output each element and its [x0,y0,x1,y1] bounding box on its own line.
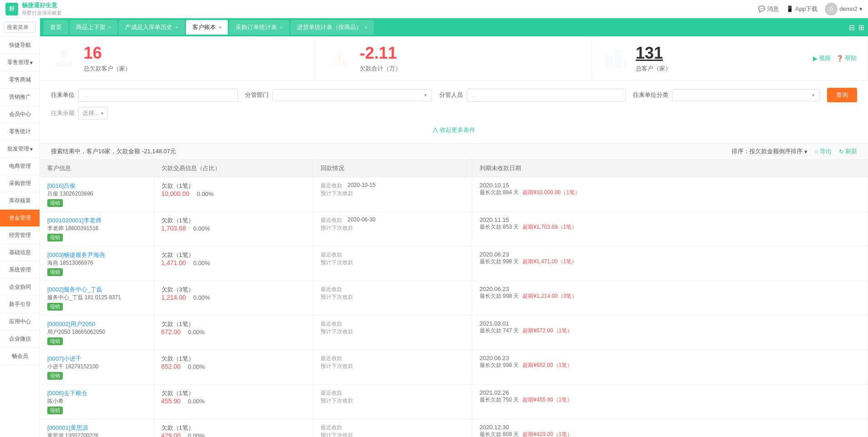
tab-close-icon[interactable]: × [219,25,221,30]
sidebar-item-批发管理[interactable]: 批发管理▾ [0,141,40,158]
customer-phone: 黄思源 13552700226 [47,432,146,437]
debt-amount[interactable]: 652.00 [161,363,181,370]
next-collection-info: 预计下次收款 [321,190,465,197]
debt-count: 欠款（1笔） [161,320,306,328]
table-row: [000002]用户2050 用户2050 18665062050 现销 欠款（… [40,316,868,350]
sidebar-item-电商管理[interactable]: 电商管理 [0,158,40,175]
export-link[interactable]: ○ 导出 [815,147,832,156]
debt-amount[interactable]: 455.90 [161,397,181,405]
user-menu[interactable]: D demo2 ▾ [825,3,863,15]
sidebar-item-企业协同[interactable]: 企业协同 [0,279,40,296]
filter-person: 分管人员 ... [439,89,626,102]
customer-name-link[interactable]: [0001020001]李老师 [47,217,101,224]
video-link[interactable]: ▶ 视频 [813,54,831,62]
customer-name-link[interactable]: [0016]吕俊 [47,182,75,189]
sidebar-item-零售管理[interactable]: 零售管理▾ [0,54,40,71]
sidebar-item-零售统计[interactable]: 零售统计 [0,123,40,141]
debt-amount[interactable]: 1,471.00 [161,259,186,266]
balance-select[interactable]: 选择... ▾ [78,107,108,120]
overdue-link[interactable]: 超期¥1,471.00（1笔） [522,258,577,266]
next-label: 预计下次收款 [321,259,353,266]
collection-info: 最近收款 [321,320,465,328]
collection-info: 最近收款 2020-10-15 [321,182,465,190]
stat-card-debt-customers: ¥ 16 总欠款客户（家） [40,36,316,80]
customer-name-link[interactable]: [0007]小进千 [47,355,81,362]
tab-label: 进货单统计表（按商品） [297,23,362,31]
message-btn[interactable]: 💬 消息 [758,5,779,13]
sidebar-item-应用中心[interactable]: 应用中心 [0,313,40,331]
overdue-link[interactable]: 超期¥1,703.68（1笔） [522,223,577,231]
tab-close-icon[interactable]: × [108,25,111,30]
customer-name-link[interactable]: [0006]去下粮仓 [47,390,87,397]
next-collection-info: 预计下次收款 [321,397,465,405]
customer-name-link[interactable]: [000002]用户2050 [47,321,95,327]
customer-name-link[interactable]: [0003]畅捷服务尹海燕 [47,251,105,258]
tab-close-icon[interactable]: × [280,25,282,30]
sidebar-item-新手引导[interactable]: 新手引导 [0,296,40,313]
debt-amount[interactable]: 1,703.68 [161,225,186,232]
filter-category-select[interactable]: ▾ [672,89,820,101]
overdue-date: 2020.06.23 [480,355,861,362]
overdue-days: 最长欠款 998 天 [480,362,519,369]
chevron-down-icon-sort: ▾ [804,148,808,155]
overdue-link[interactable]: 超期¥1,214.00（3笔） [522,292,577,300]
overdue-link[interactable]: 超期¥652.00（1笔） [522,362,572,369]
customer-info-cell: [000001]黄思源 黄思源 13552700226 现销 [40,419,154,437]
sidebar-item-会员中心[interactable]: 会员中心 [0,106,40,123]
next-collection-info: 预计下次收款 [321,432,465,437]
customer-name-link[interactable]: [0002]服务中心_丁磊 [47,286,102,293]
tab-close-icon[interactable]: × [175,25,178,30]
refresh-link[interactable]: ↻ 刷新 [839,147,857,156]
due-date-cell: 2020.10.15 最长欠款 884 天 超期¥10,000.00（1笔） [472,177,868,212]
filter-dept-select[interactable]: ▾ [272,89,432,101]
minimize-icon[interactable]: ⊟ [849,23,855,32]
search-input[interactable] [4,22,36,33]
overdue-link[interactable]: 超期¥672.00（1笔） [522,327,572,335]
tab-客户账本[interactable]: 客户账本× [186,20,228,35]
tab-label: 首页 [50,23,62,31]
sort-select[interactable]: 排序：按欠款金额倒序排序 ▾ [732,147,808,156]
customer-info-cell: [0001020001]李老师 李老师 18600391516 现销 [40,212,154,246]
sidebar-item-基础信息[interactable]: 基础信息 [0,244,40,261]
filter-label-2: 分管部门 [245,91,269,99]
sidebar-item-畅会员[interactable]: 畅会员 [0,348,40,365]
debt-percent: 0.00% [188,398,205,405]
sidebar-item-营销推广[interactable]: 营销推广 [0,89,40,106]
debt-amount[interactable]: 1,214.00 [161,294,186,301]
overdue-link[interactable]: 超期¥10,000.00（1笔） [522,189,580,196]
sidebar-item-库存核算[interactable]: 库存核算 [0,192,40,210]
help-link[interactable]: ❓ 帮助 [836,54,857,62]
next-label: 预计下次收款 [321,224,353,232]
customer-name-link[interactable]: [000001]黄思源 [47,424,88,431]
tab-进货单统计表（按商品）[interactable]: 进货单统计表（按商品）× [291,20,374,35]
app-download-btn[interactable]: 📱 App下载 [786,5,818,13]
debt-amount[interactable]: 429.00 [161,432,181,437]
sidebar-item-资金管理[interactable]: 资金管理 [0,210,40,227]
filter-vendor-input[interactable]: ... [78,89,238,102]
overdue-link[interactable]: 超期¥429.00（1笔） [522,431,572,437]
tab-close-icon[interactable]: × [365,25,367,30]
overdue-link[interactable]: 超期¥455.90（1笔） [522,396,572,404]
query-button[interactable]: 查询 [827,88,857,102]
collapse-row[interactable]: ⋀ 收起更多条件 [51,124,857,136]
export-icon: ○ [815,148,818,155]
svg-text:!: ! [339,55,341,63]
filter-person-input[interactable]: ... [467,89,626,102]
due-date-cell: 2021.03.01 最长欠款 747 天 超期¥672.00（1笔） [472,316,868,350]
debt-amount[interactable]: 672.00 [161,328,181,336]
sidebar-item-企业微信[interactable]: 企业微信 [0,331,40,348]
tab-采购订单统计表[interactable]: 采购订单统计表× [229,20,289,35]
sidebar-item-采购管理[interactable]: 采购管理 [0,175,40,192]
maximize-icon[interactable]: ⊞ [858,23,864,32]
table-row: [000001]黄思源 黄思源 13552700226 现销 欠款（1笔） 42… [40,419,868,437]
tab-首页[interactable]: 首页 [44,20,68,35]
customer-phone: 吕俊 13026203696 [47,190,146,198]
tab-产成品入库单历史[interactable]: 产成品入库单历史× [119,20,184,35]
sidebar-item-系统管理[interactable]: 系统管理 [0,261,40,279]
debt-amount[interactable]: 10,000.00 [161,190,190,197]
sidebar-item-经营管理[interactable]: 经营管理 [0,227,40,244]
tab-商品上下架[interactable]: 商品上下架× [70,20,117,35]
sidebar-item-快捷导航[interactable]: 快捷导航 [0,37,40,54]
customer-info-cell: [0006]去下粮仓 陈小希 现销 [40,385,154,419]
sidebar-item-零售商城[interactable]: 零售商城 [0,71,40,89]
